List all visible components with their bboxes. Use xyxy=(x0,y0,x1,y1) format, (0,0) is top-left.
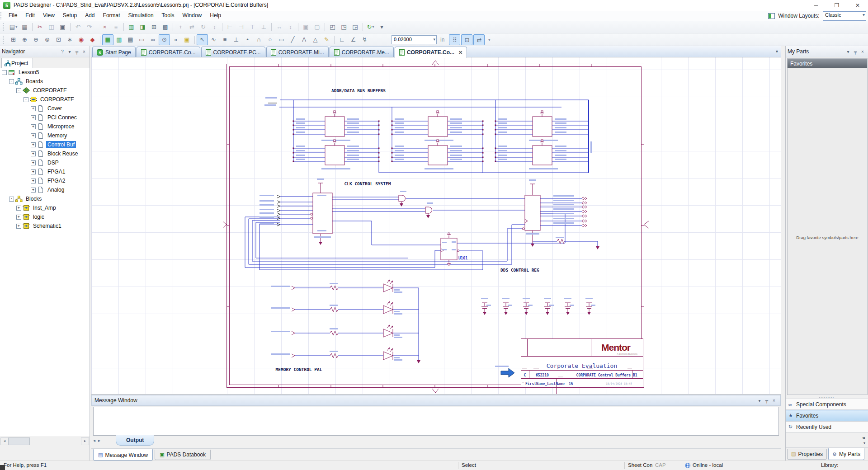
close-icon[interactable]: × xyxy=(859,49,866,54)
tab-properties[interactable]: ▤Properties xyxy=(787,449,827,460)
delete-button[interactable]: × xyxy=(99,22,110,33)
full-screen-button[interactable]: ▭ xyxy=(136,34,147,45)
expand-toggle-icon[interactable]: + xyxy=(31,124,36,129)
buffer-ic[interactable] xyxy=(533,117,552,136)
expand-toggle-icon[interactable]: + xyxy=(31,179,36,183)
grid-spacing-input[interactable] xyxy=(392,36,430,43)
chevron-down-icon[interactable]: ▾ xyxy=(66,49,73,54)
copy-button[interactable]: ◫ xyxy=(46,22,57,33)
tree-item-blocks[interactable]: -Blocks xyxy=(0,194,90,203)
schematic-canvas[interactable]: ADDR/DATA BUS BUFFERS CLK CONTROL SYSTEM… xyxy=(91,57,781,394)
buffer-ic[interactable] xyxy=(533,146,552,165)
toolbar2-overflow[interactable]: ▾ xyxy=(488,38,490,42)
tile-vertical-button[interactable]: ◲ xyxy=(349,22,361,33)
tab-pads-databook[interactable]: ▣PADS Databook xyxy=(155,450,211,460)
close-button[interactable]: ✕ xyxy=(847,0,868,11)
tree-item-control-buf[interactable]: +Control Buf xyxy=(0,140,90,149)
pin-icon[interactable]: ┯ xyxy=(73,49,80,54)
redline-button[interactable]: ◉ xyxy=(75,34,87,45)
tile-horizontal-button[interactable]: ◳ xyxy=(338,22,349,33)
label-addr-data-bus-buffers[interactable]: ADDR/DATA BUS BUFFERS xyxy=(331,88,386,93)
online-globe-icon[interactable] xyxy=(684,462,691,469)
label-dds-control-reg[interactable]: DDS CONTROL REG xyxy=(500,268,539,273)
tree-item-cover[interactable]: +Cover xyxy=(0,104,90,113)
tab-start-page-0[interactable]: 5Start Page xyxy=(92,47,136,57)
maximize-button[interactable]: ❐ xyxy=(826,0,847,11)
menu-file[interactable]: File xyxy=(5,11,21,20)
cross-probe-button[interactable]: ⊙ xyxy=(159,34,170,45)
print-button[interactable]: ▦ xyxy=(19,22,30,33)
tab-overflow-icon[interactable]: ▾ xyxy=(776,49,778,54)
expand-toggle-icon[interactable]: + xyxy=(31,169,36,174)
new-document-button[interactable]: ▤▾ xyxy=(8,22,19,33)
menu-setup[interactable]: Setup xyxy=(59,11,81,20)
cut-button[interactable]: ✂ xyxy=(34,22,46,33)
group-favorites[interactable]: ★Favorites xyxy=(786,410,868,421)
grid-display-button[interactable]: ⊞ xyxy=(8,34,19,45)
expand-toggle-icon[interactable]: + xyxy=(16,206,21,211)
tree-item-fpga2[interactable]: +FPGA2 xyxy=(0,176,90,185)
design-markers-button[interactable]: ◆ xyxy=(87,34,98,45)
grid-dots-toggle-button[interactable]: ⠿ xyxy=(449,34,460,45)
part-packager-button[interactable]: ⊞ xyxy=(148,22,160,33)
cascade-windows-button[interactable]: ◰ xyxy=(327,22,338,33)
board-viewer-button[interactable]: ▦ xyxy=(102,34,113,45)
distribute-horizontal-button[interactable]: ↔ xyxy=(274,22,285,33)
any-angle-mode-button[interactable]: ↯ xyxy=(359,34,370,45)
expand-toggle-icon[interactable]: + xyxy=(31,106,36,111)
add-net-button[interactable]: ∿ xyxy=(208,34,219,45)
tree-item-dsp[interactable]: +DSP xyxy=(0,158,90,167)
undo-button[interactable]: ↶ xyxy=(72,22,84,33)
label-memory-control-pal[interactable]: MEMORY CONTROL PAL xyxy=(276,367,322,372)
tree-item-fpga1[interactable]: +FPGA1 xyxy=(0,167,90,176)
expand-toggle-icon[interactable]: - xyxy=(9,197,14,202)
tab-corporate-co--1[interactable]: CORPORATE.Co... xyxy=(137,47,200,57)
expand-toggle-icon[interactable]: + xyxy=(16,224,21,229)
tree-item-boards[interactable]: -Boards xyxy=(0,77,90,86)
menu-window[interactable]: Window xyxy=(179,11,206,20)
mirror-button[interactable]: ⇄ xyxy=(186,22,198,33)
expand-toggle-icon[interactable]: - xyxy=(2,70,7,75)
tab-close-icon[interactable]: ✕ xyxy=(458,50,462,56)
add-junction-button[interactable]: • xyxy=(242,34,253,45)
draw-rectangle-button[interactable]: ▭ xyxy=(276,34,287,45)
tree-item-corporate[interactable]: -CORPORATE xyxy=(0,86,90,95)
expand-toggle-icon[interactable]: + xyxy=(31,142,36,147)
pcb-interface-button[interactable]: ▩ xyxy=(160,22,171,33)
ungroup-button[interactable]: ▢ xyxy=(311,22,323,33)
tab-message-window[interactable]: ▤Message Window xyxy=(93,449,153,461)
add-polygon-button[interactable]: △ xyxy=(310,34,321,45)
expand-toggle-icon[interactable]: - xyxy=(24,97,28,102)
ortho-mode-button[interactable]: ∟ xyxy=(336,34,348,45)
menu-tools[interactable]: Tools xyxy=(158,11,179,20)
hyperlink-button[interactable]: ∞ xyxy=(147,34,159,45)
expand-toggle-icon[interactable]: + xyxy=(31,133,36,138)
scroll-right-icon[interactable]: ▸ xyxy=(81,437,89,445)
label-clk-control-system[interactable]: CLK CONTROL SYSTEM xyxy=(344,181,391,186)
menu-add[interactable]: Add xyxy=(81,11,99,20)
tab-corporate-pc--2[interactable]: CORPORATE.PC... xyxy=(201,47,265,57)
expand-toggle-icon[interactable]: + xyxy=(16,215,21,220)
scroll-left-icon[interactable]: ◂ xyxy=(0,437,9,445)
menu-format[interactable]: Format xyxy=(99,11,124,20)
add-text-button[interactable]: A xyxy=(298,34,310,45)
align-top-button[interactable]: ⊤ xyxy=(247,22,258,33)
expand-toggle-icon[interactable]: - xyxy=(16,88,21,93)
dds-control-ic[interactable] xyxy=(525,195,540,230)
tree-item-inst-amp[interactable]: +Inst_Amp xyxy=(0,203,90,212)
preview-button[interactable]: ▥ xyxy=(113,34,125,45)
zoom-out-button[interactable]: ⊖ xyxy=(30,34,42,45)
redo-button[interactable]: ↷ xyxy=(84,22,95,33)
tab-corporate-me--4[interactable]: CORPORATE.Me... xyxy=(330,47,394,57)
group-special-components[interactable]: ∞Special Components xyxy=(786,399,868,410)
grid-spacing-combo[interactable]: ▾ xyxy=(392,35,437,44)
tree-item-corporate[interactable]: -CORPORATE xyxy=(0,95,90,104)
chevron-down-icon[interactable]: ▾ xyxy=(756,398,763,403)
draw-arc-button[interactable]: ∩ xyxy=(253,34,264,45)
buffer-ic[interactable] xyxy=(325,146,344,165)
expand-toggle-icon[interactable]: + xyxy=(31,188,36,193)
group-button[interactable]: ▣ xyxy=(300,22,311,33)
clk-controller-ic[interactable] xyxy=(313,193,332,234)
gate[interactable] xyxy=(399,195,406,202)
scroll-thumb[interactable] xyxy=(8,437,30,445)
